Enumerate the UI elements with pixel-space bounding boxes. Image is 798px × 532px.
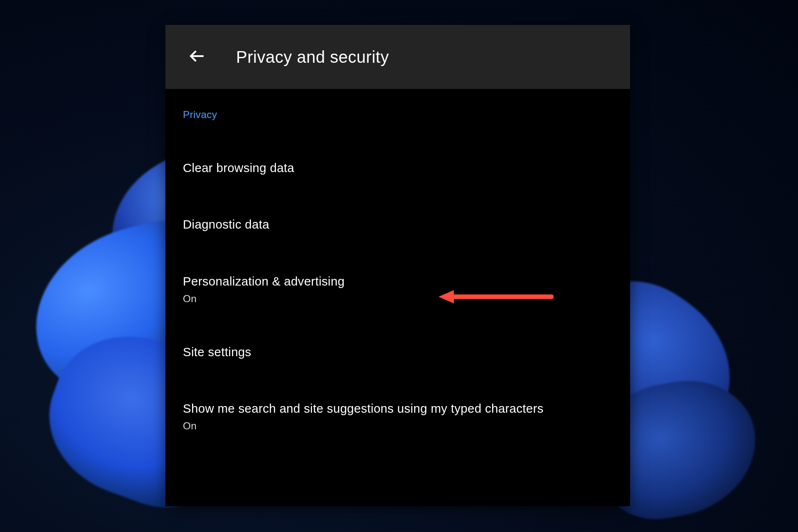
setting-site-settings[interactable]: Site settings <box>183 343 613 361</box>
setting-personalization-advertising[interactable]: Personalization & advertising On <box>183 272 613 305</box>
section-label-privacy: Privacy <box>183 109 613 121</box>
setting-title: Site settings <box>183 343 613 361</box>
back-button[interactable] <box>185 45 209 69</box>
panel-header: Privacy and security <box>165 25 630 89</box>
setting-title: Personalization & advertising <box>183 272 613 291</box>
page-title: Privacy and security <box>236 48 389 66</box>
setting-clear-browsing-data[interactable]: Clear browsing data <box>183 159 613 177</box>
setting-status: On <box>183 420 613 432</box>
setting-diagnostic-data[interactable]: Diagnostic data <box>183 215 613 234</box>
arrow-back-icon <box>188 47 206 66</box>
panel-content: Privacy Clear browsing data Diagnostic d… <box>165 89 630 432</box>
setting-status: On <box>183 293 613 305</box>
setting-title: Clear browsing data <box>183 159 613 177</box>
setting-title: Diagnostic data <box>183 215 613 234</box>
setting-title: Show me search and site suggestions usin… <box>183 399 613 418</box>
privacy-settings-panel: Privacy and security Privacy Clear brows… <box>165 25 630 506</box>
setting-search-suggestions[interactable]: Show me search and site suggestions usin… <box>183 399 613 432</box>
